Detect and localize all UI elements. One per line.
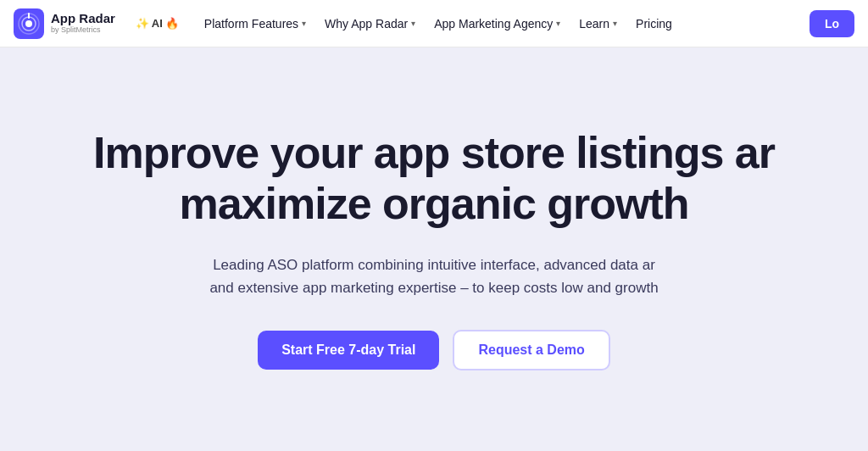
why-app-radar-chevron: ▾ xyxy=(411,19,415,28)
hero-headline-line2: maximize organic growth xyxy=(179,179,688,228)
ai-label: AI xyxy=(152,17,163,30)
ai-badge[interactable]: ✨ AI 🔥 xyxy=(136,17,179,30)
hero-cta-group: Start Free 7-day Trial Request a Demo xyxy=(258,330,610,370)
login-button[interactable]: Lo xyxy=(810,10,854,37)
app-radar-logo-icon xyxy=(14,8,44,39)
fire-emoji: 🔥 xyxy=(165,17,179,30)
hero-headline-line1: Improve your app store listings ar xyxy=(93,128,775,177)
logo-area[interactable]: App Radar by SplitMetrics xyxy=(14,8,115,39)
hero-section: Improve your app store listings ar maxim… xyxy=(0,47,868,451)
platform-features-label: Platform Features xyxy=(204,17,298,31)
start-trial-button[interactable]: Start Free 7-day Trial xyxy=(258,331,439,370)
logo-title: App Radar xyxy=(51,12,115,26)
hero-subtext-line2: and extensive app marketing expertise – … xyxy=(209,280,658,296)
logo-text: App Radar by SplitMetrics xyxy=(51,12,115,35)
nav-item-platform-features[interactable]: Platform Features ▾ xyxy=(196,10,314,37)
request-demo-button[interactable]: Request a Demo xyxy=(453,330,609,370)
request-demo-label: Request a Demo xyxy=(478,342,584,357)
hero-headline: Improve your app store listings ar maxim… xyxy=(93,128,775,230)
learn-chevron: ▾ xyxy=(613,19,617,28)
hero-subheadline: Leading ASO platform combining intuitive… xyxy=(209,253,658,299)
svg-point-1 xyxy=(25,20,32,27)
nav-item-pricing[interactable]: Pricing xyxy=(627,10,681,37)
sparkle-emoji: ✨ xyxy=(136,17,149,30)
login-label: Lo xyxy=(825,17,839,31)
start-trial-label: Start Free 7-day Trial xyxy=(281,342,415,357)
navbar: App Radar by SplitMetrics ✨ AI 🔥 Platfor… xyxy=(0,0,868,47)
nav-item-learn[interactable]: Learn ▾ xyxy=(570,10,626,37)
why-app-radar-label: Why App Radar xyxy=(325,17,408,31)
app-marketing-agency-chevron: ▾ xyxy=(556,19,560,28)
logo-subtitle: by SplitMetrics xyxy=(51,25,115,35)
nav-item-app-marketing-agency[interactable]: App Marketing Agency ▾ xyxy=(426,10,569,37)
hero-subtext-line1: Leading ASO platform combining intuitive… xyxy=(213,257,655,273)
learn-label: Learn xyxy=(579,17,609,31)
app-marketing-agency-label: App Marketing Agency xyxy=(434,17,553,31)
platform-features-chevron: ▾ xyxy=(302,19,306,28)
nav-links: Platform Features ▾ Why App Radar ▾ App … xyxy=(196,10,803,37)
pricing-label: Pricing xyxy=(636,17,672,31)
nav-item-why-app-radar[interactable]: Why App Radar ▾ xyxy=(316,10,424,37)
